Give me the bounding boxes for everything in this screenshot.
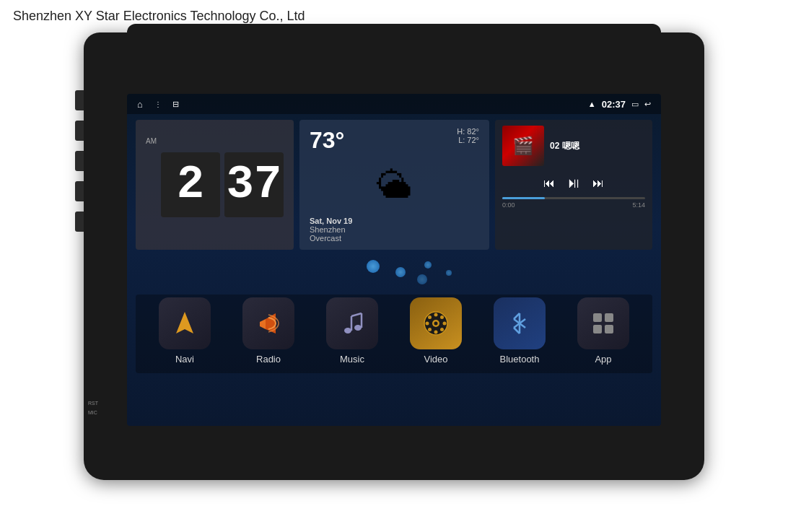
music-widget[interactable]: 🎬 02 嗯嗯 ⏮ ⏯ ⏭	[495, 120, 652, 250]
app-item-navi[interactable]: Navi	[159, 297, 211, 365]
clock-widget: AM 2 37	[136, 120, 294, 250]
app-label: App	[595, 354, 611, 365]
screen-bezel: ⌂ ⋮ ⊟ ▲ 02:37 ▭ ↩	[127, 94, 661, 426]
radio-icon-wrapper	[242, 297, 294, 349]
bottom-labels: RST MIC	[88, 401, 98, 415]
svg-point-11	[426, 322, 429, 326]
svg-point-14	[440, 328, 444, 331]
weather-widget: 73° H: 82° L: 72° 🌥 Sat, Nov 19 Sh	[299, 120, 489, 250]
wifi-icon: ▲	[588, 100, 596, 108]
app-item-app[interactable]: App	[577, 297, 629, 365]
app-icon-wrapper	[577, 297, 629, 349]
status-bar-right: ▲ 02:37 ▭ ↩	[588, 99, 651, 110]
svg-point-15	[440, 315, 444, 319]
music-info: 02 嗯嗯	[550, 140, 645, 152]
radio-label: Radio	[256, 354, 281, 365]
music-prev-button[interactable]: ⏮	[543, 177, 555, 190]
music-controls: ⏮ ⏯ ⏭	[502, 175, 645, 191]
dot-1	[367, 260, 380, 273]
car-unit: RST MIC ⌂ ⋮ ⊟ ▲ 02:3	[84, 32, 704, 480]
power-button[interactable]	[75, 90, 84, 110]
dot-2	[395, 267, 406, 277]
weather-icon: 🌥	[310, 165, 479, 206]
car-unit-wrapper: RST MIC ⌂ ⋮ ⊟ ▲ 02:3	[0, 32, 788, 480]
svg-point-12	[443, 322, 447, 326]
radio-icon	[253, 308, 284, 339]
progress-times: 0:00 5:14	[502, 201, 645, 209]
dot-4	[446, 270, 452, 276]
home-button[interactable]	[75, 121, 84, 141]
svg-point-13	[428, 315, 432, 319]
weather-top: 73° H: 82° L: 72°	[310, 127, 479, 154]
app-item-radio[interactable]: Radio	[242, 297, 294, 365]
status-bar: ⌂ ⋮ ⊟ ▲ 02:37 ▭ ↩	[127, 94, 661, 114]
svg-point-10	[434, 331, 438, 334]
svg-point-8	[434, 322, 438, 326]
clock-hour: 2	[161, 152, 220, 217]
svg-point-9	[434, 313, 438, 317]
music-label: Music	[340, 354, 364, 365]
music-album-icon: 🎬	[512, 136, 534, 156]
music-progress: 0:00 5:14	[502, 197, 645, 209]
navi-label: Navi	[175, 354, 194, 365]
home-status-icon[interactable]: ⌂	[137, 99, 143, 110]
vol-down-button[interactable]	[75, 212, 84, 232]
svg-marker-0	[176, 312, 193, 333]
widgets-row: AM 2 37 73° H: 82° L: 72°	[136, 120, 652, 250]
navi-icon-wrapper	[159, 297, 211, 349]
android-screen: ⌂ ⋮ ⊟ ▲ 02:37 ▭ ↩	[127, 94, 661, 426]
back-status-icon[interactable]: ↩	[644, 100, 651, 109]
weather-city-condition: Shenzhen Overcast	[310, 225, 479, 243]
weather-city: Shenzhen	[310, 225, 346, 234]
weather-date: Sat, Nov 19	[310, 217, 479, 225]
weather-low: L: 72°	[457, 136, 479, 144]
mic-label: MIC	[88, 410, 98, 415]
music-time-current: 0:00	[502, 201, 515, 209]
svg-point-1	[344, 328, 351, 333]
app-grid-icon	[587, 308, 619, 339]
video-icon	[420, 308, 452, 339]
dots-area	[136, 254, 652, 290]
dot-5	[417, 274, 427, 284]
svg-rect-21	[605, 325, 613, 333]
music-icon	[336, 308, 368, 339]
company-title: Shenzhen XY Star Electronics Technology …	[13, 9, 305, 23]
navi-icon	[169, 308, 201, 339]
apps-row: Navi	[136, 295, 652, 373]
weather-high: H: 82°	[457, 127, 479, 136]
app-item-bluetooth[interactable]: Bluetooth	[494, 297, 546, 365]
app-item-video[interactable]: Video	[410, 297, 462, 365]
music-next-button[interactable]: ⏭	[592, 177, 604, 190]
weather-hi-lo: H: 82° L: 72°	[457, 127, 479, 144]
svg-point-2	[354, 325, 362, 331]
clock-minute: 37	[224, 152, 284, 217]
clock-period: AM	[146, 137, 157, 145]
svg-line-5	[351, 313, 362, 316]
app-item-music[interactable]: Music	[326, 297, 378, 365]
music-time-total: 5:14	[632, 201, 645, 209]
video-label: Video	[424, 354, 447, 365]
rst-label: RST	[88, 401, 98, 406]
video-icon-wrapper	[410, 297, 462, 349]
progress-bar-fill	[502, 197, 545, 199]
screenshot-icon[interactable]: ⊟	[172, 100, 179, 109]
dot-3	[424, 261, 432, 269]
main-content: AM 2 37 73° H: 82° L: 72°	[127, 114, 661, 426]
battery-icon: ▭	[631, 100, 639, 109]
music-icon-wrapper	[326, 297, 378, 349]
back-button[interactable]	[75, 151, 84, 171]
vol-up-button[interactable]	[75, 181, 84, 201]
music-album-art: 🎬	[502, 126, 544, 166]
status-time: 02:37	[602, 99, 626, 110]
weather-bottom: Sat, Nov 19 Shenzhen Overcast	[310, 217, 479, 243]
weather-condition: Overcast	[310, 234, 341, 243]
music-play-button[interactable]: ⏯	[566, 175, 581, 191]
bluetooth-icon-wrapper	[494, 297, 546, 349]
music-album-inner: 🎬	[502, 126, 544, 166]
svg-rect-20	[593, 325, 602, 333]
svg-rect-19	[605, 313, 613, 322]
menu-dots-icon[interactable]: ⋮	[154, 100, 161, 108]
status-bar-left: ⌂ ⋮ ⊟	[137, 99, 179, 110]
progress-bar-bg	[502, 197, 645, 199]
svg-rect-18	[593, 313, 602, 322]
